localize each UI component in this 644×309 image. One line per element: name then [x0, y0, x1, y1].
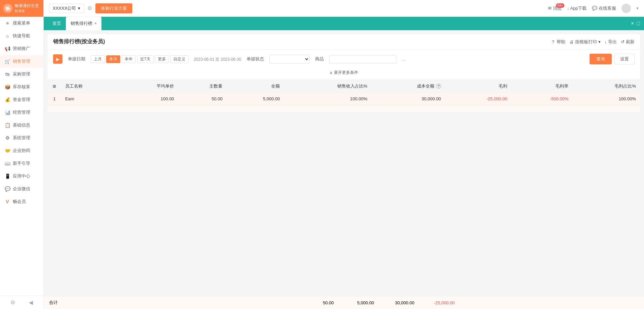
- date-btn-thismonth[interactable]: 本月: [106, 55, 120, 63]
- cost-help-icon: ?: [436, 84, 441, 89]
- purchase-icon: 🛍: [5, 71, 10, 77]
- print-action[interactable]: 🖨 按模板打印 ▾: [569, 39, 601, 45]
- search-button[interactable]: 查询: [590, 54, 612, 64]
- sidebar-bottom: ⚙ ◀: [0, 296, 43, 309]
- system-icon: ⚙: [5, 135, 10, 141]
- trial-btn[interactable]: 体验行业方案: [95, 3, 132, 13]
- window-maximize-icon[interactable]: □: [637, 20, 640, 27]
- page-actions: ？ 帮助 🖨 按模板打印 ▾ ↓ 导出 ↺ 刷新: [551, 39, 635, 45]
- sidebar-item-newbie[interactable]: 📖 新手引导: [0, 157, 43, 170]
- sidebar-item-system[interactable]: ⚙ 系统管理: [0, 132, 43, 144]
- sidebar-item-search[interactable]: ≡ 搜索菜单: [0, 17, 43, 30]
- date-btn-custom[interactable]: 自定义: [170, 55, 188, 63]
- sidebar-item-member[interactable]: V 畅会员: [0, 195, 43, 208]
- online-service-link[interactable]: 💬 在线客服: [592, 5, 616, 11]
- settings-gear-icon[interactable]: ⚙: [87, 5, 92, 11]
- inventory-icon: 📦: [5, 84, 10, 90]
- status-select[interactable]: [269, 55, 310, 64]
- goods-more-btn[interactable]: ...: [402, 56, 406, 62]
- app-download-link[interactable]: ↓ App下载: [567, 5, 587, 11]
- summary-mainqty: 50.00: [300, 300, 334, 305]
- message-badge[interactable]: ✉ 消息 99+: [548, 5, 562, 11]
- col-grosspct: 毛利占比%: [572, 80, 640, 93]
- expand-label: 展开更多条件: [334, 70, 358, 75]
- company-selector[interactable]: XXXXX公司 ▾: [49, 4, 84, 13]
- sidebar-settings-icon[interactable]: ⚙: [10, 299, 15, 306]
- page-title-bar: 销售排行榜(按业务员) ？ 帮助 🖨 按模板打印 ▾ ↓ 导出 ↺ 刷新: [48, 34, 640, 50]
- sidebar-item-appcenter[interactable]: 📱 应用中心: [0, 170, 43, 183]
- sidebar-label-sales: 销售管理: [13, 58, 30, 64]
- col-amount: 全额: [226, 80, 284, 93]
- sidebar-label-wechat: 企业微信: [13, 186, 30, 192]
- row-salespct: 100.00%: [284, 93, 371, 105]
- top-header: XXXXX公司 ▾ ⚙ 体验行业方案 ✉ 消息 99+ ↓ App下载 💬 在线…: [44, 0, 644, 17]
- tab-active-label: 销售排行榜: [71, 20, 92, 27]
- sidebar-item-enterprise-collab[interactable]: 🤝 企业协同: [0, 144, 43, 157]
- logo-title: 畅康通好生意: [15, 3, 39, 9]
- row-name: Eam: [61, 93, 120, 105]
- sidebar-item-purchase[interactable]: 🛍 采购管理: [0, 68, 43, 81]
- export-action[interactable]: ↓ 导出: [605, 39, 617, 45]
- finance-icon: 💰: [5, 97, 10, 102]
- logo-icon: 畅: [3, 3, 13, 13]
- sidebar-label-newbie: 新手引导: [13, 160, 30, 166]
- filter-action-btns: 查询 设置: [590, 54, 635, 64]
- expand-btn[interactable]: ∨ 展开更多条件: [330, 70, 358, 75]
- tab-home-label: 首页: [52, 20, 61, 27]
- logo-subtitle: 标准版: [15, 9, 39, 13]
- table-settings-icon[interactable]: ⚙: [52, 84, 56, 89]
- user-avatar[interactable]: [621, 4, 631, 13]
- sidebar-item-quicknav[interactable]: ⌂ 快捷导航: [0, 30, 43, 42]
- sidebar-label-inventory: 库存核算: [13, 84, 30, 90]
- sidebar-label-member: 畅会员: [13, 199, 26, 205]
- export-icon: ↓: [605, 39, 607, 44]
- date-btn-lastmonth[interactable]: 上月: [91, 55, 105, 63]
- window-close-icon[interactable]: ×: [631, 20, 634, 27]
- row-grosspct: 100.00%: [572, 93, 640, 105]
- goods-input[interactable]: [329, 55, 396, 63]
- sidebar-item-wechat[interactable]: 💬 企业微信: [0, 183, 43, 195]
- print-dropdown-icon: ▾: [598, 39, 601, 44]
- summary-grossprofit: -25,000.00: [415, 300, 455, 305]
- tab-home[interactable]: 首页: [48, 17, 66, 30]
- date-btn-thisyear[interactable]: 本年: [122, 55, 136, 63]
- sidebar-item-basicinfo[interactable]: 📋 基础信息: [0, 119, 43, 132]
- summary-label: 合计: [49, 300, 116, 306]
- page-title: 销售排行榜(按业务员): [53, 38, 105, 45]
- sales-icon: 🛒: [5, 59, 10, 64]
- row-amount: 5,000.00: [226, 93, 284, 105]
- col-mainqty: 主数量: [178, 80, 226, 93]
- sidebar-label-appcenter: 应用中心: [13, 173, 30, 179]
- sidebar-item-inventory[interactable]: 📦 库存核算: [0, 81, 43, 93]
- help-action[interactable]: ？ 帮助: [551, 39, 565, 45]
- wechat-icon: 💬: [5, 186, 10, 192]
- sidebar-item-finance[interactable]: 💰 资金管理: [0, 93, 43, 106]
- sidebar-collapse-icon[interactable]: ◀: [29, 299, 33, 306]
- date-btn-more[interactable]: 更多: [155, 55, 169, 63]
- col-settings[interactable]: ⚙: [48, 80, 61, 93]
- app-icon: 📱: [5, 173, 10, 179]
- search-menu-icon: ≡: [5, 20, 10, 26]
- sidebar-item-marketing[interactable]: 📢 营销推广: [0, 42, 43, 55]
- sidebar-label-operations: 经营管理: [13, 109, 30, 115]
- expand-icon: ∨: [330, 70, 333, 75]
- row-mainqty: 50.00: [178, 93, 226, 105]
- col-grossrate: 毛利率: [511, 80, 572, 93]
- date-btn-7days[interactable]: 近7天: [137, 55, 154, 63]
- sidebar-label-quicknav: 快捷导航: [13, 33, 30, 39]
- sidebar-item-operations[interactable]: 📊 经营管理: [0, 106, 43, 119]
- sidebar-logo: 畅 畅康通好生意 标准版: [0, 0, 43, 17]
- sidebar-label-purchase: 采购管理: [13, 71, 30, 77]
- filter-toggle-btn[interactable]: ▶: [53, 54, 62, 64]
- table-footer: [48, 105, 640, 112]
- top-header-right: ✉ 消息 99+ ↓ App下载 💬 在线客服 ▾: [548, 4, 639, 13]
- sidebar-item-sales[interactable]: 🛒 销售管理: [0, 55, 43, 68]
- settings-button[interactable]: 设置: [614, 54, 635, 64]
- summary-amount: 5,000.00: [334, 300, 374, 305]
- date-range: 2023-06-01 至 2023-06-30: [194, 57, 241, 62]
- goods-label: 商品: [315, 56, 324, 62]
- main-area: XXXXX公司 ▾ ⚙ 体验行业方案 ✉ 消息 99+ ↓ App下载 💬 在线…: [44, 0, 644, 309]
- tab-sales-ranking[interactable]: 销售排行榜 ×: [66, 17, 101, 30]
- tab-close-icon[interactable]: ×: [94, 21, 97, 26]
- refresh-action[interactable]: ↺ 刷新: [621, 39, 635, 45]
